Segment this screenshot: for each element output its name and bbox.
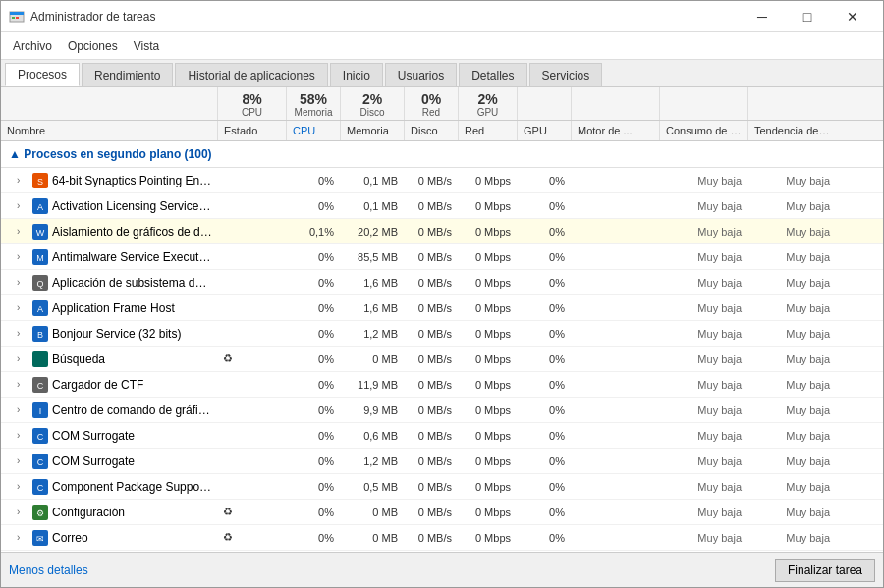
svg-text:⚙: ⚙ bbox=[36, 508, 44, 518]
tab-procesos[interactable]: Procesos bbox=[5, 63, 80, 86]
table-row[interactable]: › C COM Surrogate 0% 1,2 MB 0 MB/s 0 Mbp… bbox=[1, 449, 883, 474]
svg-rect-18 bbox=[32, 351, 48, 367]
expand-icon[interactable]: › bbox=[17, 328, 28, 340]
expand-icon[interactable]: › bbox=[17, 251, 28, 263]
process-icon: ⚙ bbox=[32, 505, 48, 520]
process-gpu: 0% bbox=[517, 530, 571, 546]
process-cpu: 0% bbox=[286, 454, 340, 469]
maximize-button[interactable]: □ bbox=[785, 1, 830, 32]
col-red[interactable]: Red bbox=[458, 121, 517, 140]
expand-icon[interactable]: › bbox=[17, 455, 28, 467]
stat-disk: 2% Disco bbox=[340, 87, 404, 120]
menu-archivo[interactable]: Archivo bbox=[5, 35, 60, 57]
process-gpu: 0% bbox=[517, 300, 571, 316]
col-cpu[interactable]: CPU bbox=[286, 121, 340, 140]
table-row[interactable]: › ✉ Correo ♻ 0% 0 MB 0 MB/s 0 Mbps 0% Mu… bbox=[1, 525, 883, 551]
tab-servicios[interactable]: Servicios bbox=[529, 63, 603, 86]
svg-text:C: C bbox=[37, 381, 44, 391]
col-disco[interactable]: Disco bbox=[404, 121, 458, 140]
expand-icon[interactable]: › bbox=[17, 175, 28, 187]
process-name: COM Surrogate bbox=[52, 454, 135, 468]
process-network: 0 Mbps bbox=[458, 377, 517, 393]
process-memory: 11,9 MB bbox=[340, 377, 404, 393]
col-motor[interactable]: Motor de ... bbox=[571, 121, 659, 140]
process-motor bbox=[571, 230, 659, 234]
tab-detalles[interactable]: Detalles bbox=[459, 63, 526, 86]
table-row[interactable]: › Búsqueda ♻ 0% 0 MB 0 MB/s 0 Mbps 0% Mu… bbox=[1, 347, 883, 372]
expand-icon[interactable]: › bbox=[17, 277, 28, 289]
table-row[interactable]: › C Component Package Support Server 0% … bbox=[1, 474, 883, 500]
table-row[interactable]: › Q Aplicación de subsistema de cola 0% … bbox=[1, 270, 883, 295]
window-icon bbox=[9, 9, 25, 25]
tab-rendimiento[interactable]: Rendimiento bbox=[82, 63, 173, 86]
col-tendencia[interactable]: Tendencia de ... bbox=[747, 121, 836, 140]
process-cpu: 0% bbox=[286, 326, 340, 342]
process-tendencia: Muy baja bbox=[747, 377, 836, 393]
process-network: 0 Mbps bbox=[458, 326, 517, 342]
process-name: Aplicación de subsistema de cola bbox=[52, 276, 213, 290]
table-row[interactable]: › A Application Frame Host 0% 1,6 MB 0 M… bbox=[1, 295, 883, 321]
expand-icon[interactable]: › bbox=[17, 430, 28, 442]
process-name-cell: › B Bonjour Service (32 bits) bbox=[1, 324, 217, 344]
end-task-button[interactable]: Finalizar tarea bbox=[775, 559, 875, 582]
table-row[interactable]: › M Antimalware Service Executable 0% 85… bbox=[1, 244, 883, 270]
svg-text:M: M bbox=[36, 253, 44, 263]
process-icon: ✉ bbox=[32, 530, 48, 546]
expand-icon[interactable]: › bbox=[17, 379, 28, 391]
tab-usuarios[interactable]: Usuarios bbox=[385, 63, 457, 86]
col-gpu[interactable]: GPU bbox=[517, 121, 571, 140]
process-cpu: 0% bbox=[286, 198, 340, 214]
table-row[interactable]: › C COM Surrogate 0% 0,6 MB 0 MB/s 0 Mbp… bbox=[1, 423, 883, 449]
minimize-button[interactable]: ─ bbox=[740, 1, 785, 32]
process-name: Aislamiento de gráficos de dispositivo d… bbox=[52, 225, 213, 239]
process-status bbox=[217, 230, 286, 234]
process-disk: 0 MB/s bbox=[404, 224, 458, 240]
expand-icon[interactable]: › bbox=[17, 532, 28, 544]
process-gpu: 0% bbox=[517, 377, 571, 393]
process-consumo: Muy baja bbox=[659, 454, 747, 469]
process-consumo: Muy baja bbox=[659, 275, 747, 291]
table-row[interactable]: › C Cargador de CTF 0% 11,9 MB 0 MB/s 0 … bbox=[1, 372, 883, 398]
expand-icon[interactable]: › bbox=[17, 302, 28, 314]
menu-vista[interactable]: Vista bbox=[126, 35, 167, 57]
process-cpu: 0% bbox=[286, 530, 340, 546]
process-icon: S bbox=[32, 173, 48, 188]
table-row[interactable]: › S 64-bit Synaptics Pointing Enhance Se… bbox=[1, 168, 883, 193]
table-row[interactable]: › B Bonjour Service (32 bits) 0% 1,2 MB … bbox=[1, 321, 883, 347]
network-label: Red bbox=[407, 107, 456, 118]
expand-icon[interactable]: › bbox=[17, 481, 28, 493]
process-motor bbox=[571, 255, 659, 259]
process-cpu: 0% bbox=[286, 428, 340, 444]
process-gpu: 0% bbox=[517, 428, 571, 444]
col-nombre[interactable]: Nombre bbox=[1, 121, 217, 140]
process-disk: 0 MB/s bbox=[404, 326, 458, 342]
svg-text:A: A bbox=[37, 304, 43, 314]
table-row[interactable]: › ⚙ Configuración ♻ 0% 0 MB 0 MB/s 0 Mbp… bbox=[1, 500, 883, 525]
table-row[interactable]: › A Activation Licensing Service (32 bit… bbox=[1, 193, 883, 219]
tab-inicio[interactable]: Inicio bbox=[330, 63, 383, 86]
process-disk: 0 MB/s bbox=[404, 428, 458, 444]
process-motor bbox=[571, 536, 659, 540]
col-estado[interactable]: Estado bbox=[217, 121, 286, 140]
process-network: 0 Mbps bbox=[458, 402, 517, 418]
col-consumo[interactable]: Consumo de e... bbox=[659, 121, 747, 140]
table-row[interactable]: › W Aislamiento de gráficos de dispositi… bbox=[1, 219, 883, 244]
stats-header: 8% CPU 58% Memoria 2% Disco 0% Red 2% GP… bbox=[1, 87, 883, 121]
close-button[interactable]: ✕ bbox=[830, 1, 875, 32]
tab-bar: Procesos Rendimiento Historial de aplica… bbox=[1, 60, 883, 87]
expand-icon[interactable]: › bbox=[17, 404, 28, 416]
less-details-link[interactable]: Menos detalles bbox=[9, 563, 88, 577]
expand-icon[interactable]: › bbox=[17, 353, 28, 365]
expand-icon[interactable]: › bbox=[17, 226, 28, 238]
process-memory: 1,2 MB bbox=[340, 326, 404, 342]
process-name: Application Frame Host bbox=[52, 301, 175, 315]
group-header-background[interactable]: ▲ Procesos en segundo plano (100) bbox=[1, 141, 883, 168]
process-memory: 0 MB bbox=[340, 505, 404, 520]
table-row[interactable]: › I Centro de comando de gráficos Intel®… bbox=[1, 398, 883, 423]
expand-icon[interactable]: › bbox=[17, 507, 28, 518]
menu-opciones[interactable]: Opciones bbox=[60, 35, 126, 57]
col-memoria[interactable]: Memoria bbox=[340, 121, 404, 140]
expand-icon[interactable]: › bbox=[17, 200, 28, 212]
tab-historial[interactable]: Historial de aplicaciones bbox=[175, 63, 327, 86]
process-table[interactable]: ▲ Procesos en segundo plano (100) › S 64… bbox=[1, 141, 883, 552]
